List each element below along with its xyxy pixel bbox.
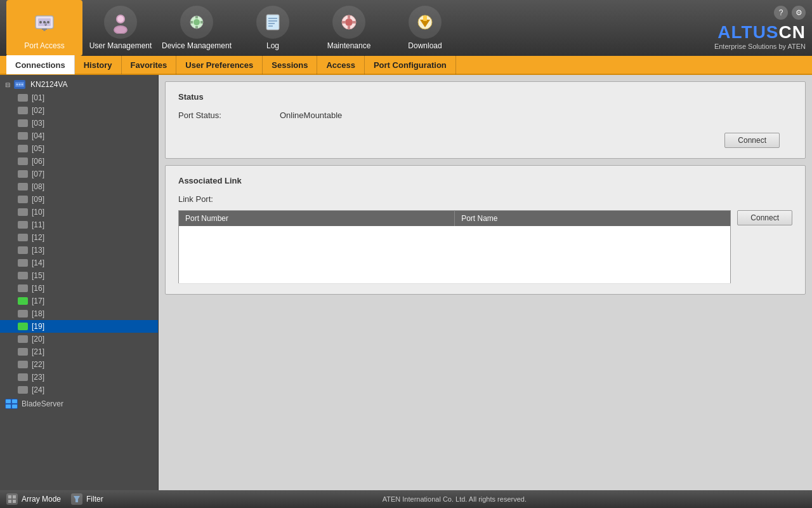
sidebar-port-19[interactable]: [19] — [0, 320, 158, 333]
sidebar-port-13[interactable]: [13] — [0, 244, 158, 257]
svg-rect-21 — [268, 25, 273, 27]
sidebar-port-21[interactable]: [21] — [0, 345, 158, 358]
logo-text: ALTUSCN — [717, 22, 806, 43]
port-table-wrapper: Port Number Port Name Connect — [178, 210, 792, 284]
blade-server-icon — [5, 399, 18, 409]
tab-history[interactable]: History — [75, 55, 122, 74]
port-label-13: [13] — [32, 246, 44, 255]
svg-point-5 — [43, 21, 46, 23]
settings-icon[interactable]: ⚙ — [792, 6, 806, 20]
sidebar-port-22[interactable]: [22] — [0, 358, 158, 371]
kvm-switch-icon — [14, 80, 25, 89]
nav-download[interactable]: Download — [387, 0, 463, 56]
port-icon-03 — [18, 119, 28, 127]
port-icon-18 — [18, 310, 28, 318]
tab-user-preferences[interactable]: User Preferences — [176, 55, 263, 74]
sidebar-port-07[interactable]: [07] — [0, 168, 158, 180]
sidebar-port-24[interactable]: [24] — [0, 384, 158, 396]
port-label-19: [19] — [32, 322, 44, 331]
filter-icon — [71, 493, 82, 505]
main-content: ⊟ KN2124VA [01][02][03][04][05][06][07][… — [0, 75, 812, 490]
array-mode-button[interactable]: Array Mode — [6, 493, 61, 505]
sidebar-port-01[interactable]: [01] — [0, 91, 158, 104]
port-list: [01][02][03][04][05][06][07][08][09][10]… — [0, 91, 158, 396]
svg-rect-41 — [8, 495, 11, 498]
associated-link-panel: Associated Link Link Port: Port Number P… — [165, 165, 806, 295]
sidebar-port-06[interactable]: [06] — [0, 155, 158, 168]
svg-rect-15 — [190, 21, 193, 23]
array-mode-label: Array Mode — [22, 495, 61, 504]
filter-button[interactable]: Filter — [71, 493, 103, 505]
port-icon-22 — [18, 361, 28, 368]
blade-server-label: BladeServer — [22, 399, 63, 408]
svg-rect-24 — [348, 15, 350, 19]
port-icon-15 — [18, 272, 28, 279]
nav-port-access[interactable]: Port Access — [6, 0, 82, 56]
port-access-icon — [28, 6, 61, 39]
help-icon[interactable]: ? — [774, 6, 788, 20]
port-icon-08 — [18, 183, 28, 190]
sidebar-port-03[interactable]: [03] — [0, 117, 158, 130]
svg-point-35 — [22, 84, 23, 86]
tab-favorites[interactable]: Favorites — [122, 55, 177, 74]
top-navigation: Port Access User Management Device — [0, 0, 812, 56]
port-label-07: [07] — [32, 170, 44, 178]
sidebar-port-16[interactable]: [16] — [0, 282, 158, 295]
port-icon-12 — [18, 234, 28, 241]
sidebar-port-20[interactable]: [20] — [0, 333, 158, 345]
sidebar-port-14[interactable]: [14] — [0, 257, 158, 269]
link-port-label: Link Port: — [178, 194, 792, 204]
nav-port-access-label: Port Access — [24, 41, 64, 50]
sidebar-port-08[interactable]: [08] — [0, 180, 158, 193]
bottom-bar: Array Mode Filter ATEN International Co.… — [0, 490, 812, 508]
port-label-11: [11] — [32, 220, 44, 229]
tab-sessions[interactable]: Sessions — [263, 55, 317, 74]
tree-root-kn2124va[interactable]: ⊟ KN2124VA — [0, 77, 158, 91]
sidebar-port-11[interactable]: [11] — [0, 218, 158, 231]
svg-marker-45 — [74, 496, 80, 502]
port-label-21: [21] — [32, 347, 44, 356]
sidebar-port-02[interactable]: [02] — [0, 104, 158, 117]
nav-maintenance[interactable]: Maintenance — [311, 0, 387, 56]
collapse-icon: ⊟ — [5, 81, 10, 88]
sidebar-port-10[interactable]: [10] — [0, 206, 158, 218]
port-icon-01 — [18, 94, 28, 102]
svg-rect-19 — [268, 20, 277, 22]
log-icon — [256, 6, 289, 39]
tab-access[interactable]: Access — [317, 55, 365, 74]
sidebar-port-04[interactable]: [04] — [0, 130, 158, 142]
tab-port-configuration[interactable]: Port Configuration — [365, 55, 456, 74]
tab-connections[interactable]: Connections — [6, 55, 75, 74]
status-connect-button[interactable]: Connect — [724, 133, 780, 148]
svg-point-4 — [39, 21, 42, 23]
port-icon-06 — [18, 157, 28, 165]
port-label-09: [09] — [32, 195, 44, 204]
nav-user-management[interactable]: User Management — [82, 0, 159, 56]
port-label-18: [18] — [32, 309, 44, 318]
svg-rect-14 — [195, 26, 198, 29]
maintenance-icon — [332, 6, 365, 39]
svg-point-34 — [19, 84, 21, 86]
port-status-row: Port Status: OnlineMountable — [178, 110, 792, 120]
port-icon-20 — [18, 335, 28, 343]
port-label-17: [17] — [32, 297, 44, 305]
port-label-05: [05] — [32, 144, 44, 153]
svg-rect-37 — [6, 399, 11, 403]
link-connect-button[interactable]: Connect — [737, 210, 792, 225]
nav-user-management-label: User Management — [89, 41, 152, 50]
sidebar-port-17[interactable]: [17] — [0, 295, 158, 307]
port-icon-13 — [18, 246, 28, 254]
blade-server-item[interactable]: BladeServer — [0, 396, 158, 411]
port-icon-09 — [18, 196, 28, 203]
sidebar-port-15[interactable]: [15] — [0, 269, 158, 282]
nav-device-management[interactable]: Device Management — [159, 0, 235, 56]
nav-log[interactable]: Log — [235, 0, 311, 56]
sidebar-port-12[interactable]: [12] — [0, 231, 158, 244]
sidebar-port-09[interactable]: [09] — [0, 193, 158, 206]
sidebar-port-18[interactable]: [18] — [0, 307, 158, 320]
nav-log-label: Log — [266, 41, 279, 50]
sidebar-port-23[interactable]: [23] — [0, 371, 158, 384]
port-icon-23 — [18, 373, 28, 381]
svg-rect-42 — [13, 495, 16, 498]
sidebar-port-05[interactable]: [05] — [0, 142, 158, 155]
